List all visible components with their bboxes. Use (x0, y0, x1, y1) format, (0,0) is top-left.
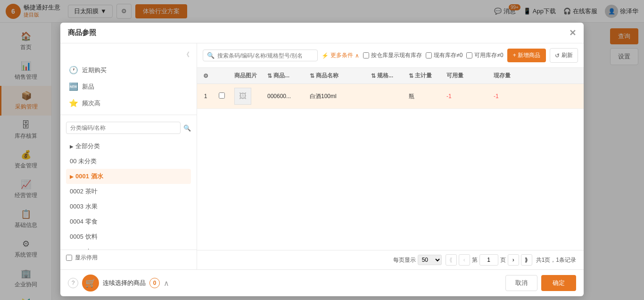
cell-checkbox[interactable] (214, 84, 230, 109)
cat-0005[interactable]: 0005 饮料 (66, 229, 191, 244)
cart-text: 连续选择的商品 (103, 279, 146, 287)
available-label[interactable]: 可用库存≠0 (474, 51, 503, 59)
cat-0004[interactable]: 0004 零食 (66, 214, 191, 229)
col-spec[interactable]: ⇅ 规格... (366, 68, 404, 84)
classify-search-input[interactable] (66, 122, 181, 134)
page-number-input[interactable] (479, 254, 498, 266)
sort-icon-name: ⇅ (310, 73, 314, 79)
prev-page-button[interactable]: ‹ (459, 254, 470, 266)
stock-label[interactable]: 现有库存≠0 (434, 51, 462, 59)
cancel-button[interactable]: 取消 (505, 275, 537, 291)
cat-0008[interactable]: 0008 水 (66, 244, 191, 250)
row-checkbox[interactable] (219, 92, 225, 99)
cat-label-0004: 0004 零食 (70, 217, 98, 226)
modal-close-button[interactable]: ✕ (569, 29, 576, 37)
first-page-button[interactable]: ⟪ (446, 254, 457, 266)
page-size-label: 每页显示 (393, 256, 416, 264)
cell-spec (366, 84, 404, 109)
page-label-2: 页 (500, 256, 506, 264)
confirm-button[interactable]: 确定 (541, 275, 576, 291)
cell-unit: 瓶 (404, 84, 442, 109)
filter-new-label: 新品 (82, 83, 94, 91)
col-settings[interactable]: ⚙ (197, 68, 214, 84)
filter-frequent[interactable]: ⭐ 频次高 (64, 95, 193, 111)
classify-search-area: 🔍 (60, 119, 197, 137)
product-search-box: 🔍 (203, 50, 318, 61)
collapse-left-button[interactable]: 《 (182, 50, 191, 59)
page-size-selector: 每页显示 20 50 100 (393, 255, 442, 265)
refresh-button[interactable]: ↺ 刷新 (550, 48, 578, 63)
modal-left-top: 《 (60, 47, 197, 62)
cat-00[interactable]: 00 未分类 (66, 154, 191, 169)
stock-filter: 现有库存≠0 (426, 51, 462, 59)
sort-icon-code: ⇅ (267, 73, 272, 79)
col-name[interactable]: ⇅ 商品名称 (305, 68, 366, 84)
cart-area: ? 🛒 连续选择的商品 0 ∧ (68, 275, 500, 292)
col-code[interactable]: ⇅ 商品... (263, 68, 305, 84)
col-stock: 现存量 (489, 68, 584, 84)
refresh-icon: ↺ (555, 52, 560, 59)
cell-available: -1 (442, 84, 489, 109)
cat-all[interactable]: ▶ 全部分类 (66, 139, 191, 154)
classify-search-icon[interactable]: 🔍 (183, 125, 191, 132)
cell-stock: -1 (489, 84, 584, 109)
cell-seq: 1 (197, 84, 214, 109)
refresh-label: 刷新 (561, 51, 573, 59)
search-icon: 🔍 (207, 52, 215, 59)
modal-body: 《 🕐 近期购买 🆕 新品 ⭐ 频次高 (60, 43, 584, 269)
stock-checkbox[interactable] (426, 52, 432, 58)
add-product-button[interactable]: + 新增商品 (507, 49, 546, 62)
table-header-row: ⚙ 商品图片 ⇅ 商品... (197, 68, 584, 84)
filter-new[interactable]: 🆕 新品 (64, 79, 193, 94)
last-page-button[interactable]: ⟫ (521, 254, 532, 266)
available-checkbox[interactable] (466, 52, 472, 58)
frequent-icon: ⭐ (69, 99, 78, 108)
cat-0001[interactable]: ▶ 0001 酒水 (66, 169, 191, 184)
modal-footer: ? 🛒 连续选择的商品 0 ∧ 取消 确定 (60, 269, 584, 296)
page-label: 第 (472, 256, 478, 264)
filter-arrow-icon: ∧ (355, 52, 359, 59)
cat-label-0005: 0005 饮料 (70, 233, 98, 241)
product-thumbnail: 🖼 (234, 88, 251, 105)
filter-label: 更多条件 (330, 51, 353, 59)
pagination: 每页显示 20 50 100 ⟪ ‹ 第 页 › (197, 250, 584, 269)
cart-button[interactable]: 🛒 (82, 275, 99, 292)
recent-icon: 🕐 (69, 66, 78, 75)
sort-icon-spec: ⇅ (371, 73, 376, 79)
footer-buttons: 取消 确定 (505, 275, 576, 291)
collapse-cart-button[interactable]: ∧ (164, 279, 169, 288)
warehouse-label[interactable]: 按仓库显示现有库存 (371, 51, 422, 59)
cat-label-0003: 0003 水果 (70, 202, 98, 211)
col-checkbox (214, 68, 230, 84)
col-unit[interactable]: ⇅ 主计量 (404, 68, 442, 84)
product-search-input[interactable] (217, 52, 314, 59)
cat-arrow-all: ▶ (70, 144, 74, 149)
new-icon: 🆕 (69, 82, 78, 91)
next-page-button[interactable]: › (508, 254, 519, 266)
cat-label-0001: 0001 酒水 (75, 172, 103, 181)
warehouse-checkbox[interactable] (363, 52, 369, 58)
page-size-select[interactable]: 20 50 100 (418, 255, 442, 265)
cat-label-0002: 0002 茶叶 (70, 187, 98, 196)
page-navigation: ⟪ ‹ 第 页 › ⟫ (446, 254, 532, 266)
cell-code: 000600... (263, 84, 305, 109)
more-filter-button[interactable]: ⚡ 更多条件 ∧ (322, 51, 359, 59)
help-button[interactable]: ? (68, 278, 78, 288)
cat-label-all: 全部分类 (75, 142, 100, 150)
sort-icon-unit: ⇅ (409, 73, 413, 79)
quick-filters: 🕐 近期购买 🆕 新品 ⭐ 频次高 (60, 62, 197, 111)
total-info: 共1页，1条记录 (536, 256, 576, 264)
filter-frequent-label: 频次高 (82, 99, 100, 108)
cat-0002[interactable]: 0002 茶叶 (66, 184, 191, 199)
cart-count: 0 (149, 278, 160, 288)
filter-recent[interactable]: 🕐 近期购买 (64, 62, 193, 78)
table-row[interactable]: 1 🖼 000600... (197, 84, 584, 109)
show-disabled-checkbox[interactable] (66, 255, 72, 261)
warehouse-filter: 按仓库显示现有库存 (363, 51, 422, 59)
modal-toolbar: 🔍 ⚡ 更多条件 ∧ 按仓库显示现有库存 现有库存≠0 (197, 43, 584, 68)
product-table-wrap: ⚙ 商品图片 ⇅ 商品... (197, 68, 584, 250)
show-disabled-label[interactable]: 显示停用 (75, 254, 98, 262)
cat-0003[interactable]: 0003 水果 (66, 199, 191, 214)
cell-image: 🖼 (230, 84, 263, 109)
cat-label-00: 00 未分类 (70, 157, 97, 166)
